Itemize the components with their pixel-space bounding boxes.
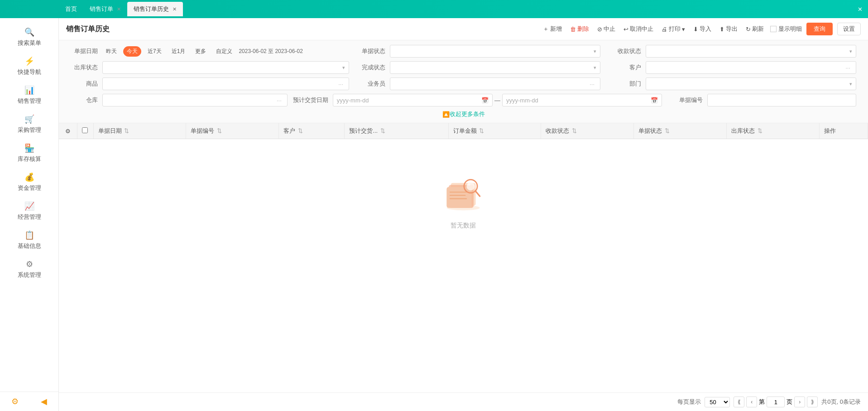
sidebar-collapse-icon[interactable]: ◀ (41, 396, 47, 406)
tab-home[interactable]: 首页 (59, 2, 83, 16)
new-icon: ＋ (543, 25, 549, 33)
tab-home-label: 首页 (65, 5, 77, 13)
date-btn-7days[interactable]: 近7天 (144, 46, 165, 57)
print-icon: 🖨 (662, 26, 667, 33)
stop-button[interactable]: ⊘ 中止 (595, 24, 617, 34)
display-dense-checkbox[interactable] (770, 26, 777, 32)
warehouse-select[interactable]: ··· (102, 94, 288, 106)
th-order-status[interactable]: 单据状态 ⇅ (634, 123, 727, 139)
salesperson-dots[interactable]: ··· (588, 81, 596, 87)
first-page-btn[interactable]: ⟪ (734, 396, 744, 407)
date-btn-more[interactable]: 更多 (192, 46, 210, 57)
filter-row-4: 仓库 ··· 预计交货日期 yyyy-mm-dd 📅 — yyyy-m (66, 94, 861, 106)
tab-sales-order[interactable]: 销售订单 ✕ (83, 2, 127, 16)
import-button[interactable]: ⬇ 导入 (691, 24, 713, 34)
sidebar-item-finance[interactable]: 💰 资金管理 (0, 168, 58, 197)
sidebar-item-sales-mgmt[interactable]: 📊 销售管理 (0, 81, 58, 110)
sidebar-item-inventory[interactable]: 🏪 库存核算 (0, 139, 58, 168)
salesperson-select[interactable]: ··· (390, 77, 600, 90)
expected-date-end[interactable]: yyyy-mm-dd 📅 (502, 94, 662, 106)
th-payment[interactable]: 收款状态 ⇅ (541, 123, 634, 139)
select-all-checkbox[interactable] (82, 127, 88, 133)
calendar-end-icon[interactable]: 📅 (651, 97, 658, 104)
tab-sales-order-close[interactable]: ✕ (117, 6, 121, 12)
order-no-input[interactable] (707, 94, 856, 106)
th-order-status-label: 单据状态 (638, 127, 662, 134)
goods-select[interactable]: ··· (102, 77, 349, 90)
last-page-btn[interactable]: ⟫ (807, 396, 818, 407)
close-icon: ✕ (858, 6, 863, 13)
goods-control: ··· (102, 77, 349, 90)
empty-state: 暂无数据 (59, 139, 868, 257)
customer-dots[interactable]: ··· (844, 64, 852, 71)
finance-icon: 💰 (24, 172, 34, 182)
collapse-row[interactable]: 🔼 收起更多条件 (66, 110, 861, 118)
date-filter-control: 昨天 今天 近7天 近1月 更多 自定义 2023-06-02 至 2023-0… (102, 46, 349, 57)
th-checkbox[interactable] (77, 123, 93, 139)
page-number-input[interactable] (767, 396, 785, 407)
th-number[interactable]: 单据编号 ⇅ (186, 123, 279, 139)
complete-status-select[interactable]: ▾ (390, 61, 600, 74)
th-settings[interactable]: ⚙ (59, 123, 77, 139)
goods-dots[interactable]: ··· (336, 81, 345, 87)
out-status-select[interactable]: ▾ (102, 61, 349, 74)
new-label: 新增 (550, 25, 562, 33)
th-expected[interactable]: 预计交货... ⇅ (345, 123, 448, 139)
calendar-start-icon[interactable]: 📅 (481, 97, 489, 104)
sidebar-item-operations[interactable]: 📈 经营管理 (0, 197, 58, 226)
date-btn-1month[interactable]: 近1月 (168, 46, 189, 57)
sidebar-item-quick-nav-label: 快捷导航 (18, 68, 41, 76)
export-button[interactable]: ⬆ 导出 (718, 24, 739, 34)
warehouse-dots[interactable]: ··· (275, 97, 283, 104)
th-date-label: 单据日期 (98, 127, 122, 134)
sidebar-item-purchase-mgmt[interactable]: 🛒 采购管理 (0, 110, 58, 139)
delete-button[interactable]: 🗑 删除 (568, 24, 591, 34)
th-amount[interactable]: 订单金额 ⇅ (448, 123, 541, 139)
date-btn-today[interactable]: 今天 (123, 46, 141, 57)
sidebar-item-sys-mgmt[interactable]: ⚙ 系统管理 (0, 255, 58, 284)
complete-status-arrow: ▾ (594, 65, 596, 71)
cancel-stop-button[interactable]: ↩ 取消中止 (622, 24, 655, 34)
refresh-button[interactable]: ↻ 刷新 (744, 24, 766, 34)
window-close-btn[interactable]: ✕ (858, 5, 863, 13)
order-status-col: 单据状态 ▾ (349, 45, 605, 58)
department-select[interactable]: ▾ (646, 77, 856, 90)
sidebar-settings-icon[interactable]: ⚙ (11, 396, 19, 406)
per-page-select[interactable]: 10 20 50 100 (705, 397, 730, 407)
empty-svg (438, 166, 488, 216)
sidebar-item-search-menu[interactable]: 🔍 搜索菜单 (0, 23, 58, 52)
payment-status-select[interactable]: ▾ (646, 45, 856, 58)
order-status-select[interactable]: ▾ (390, 45, 600, 58)
customer-select[interactable]: ··· (646, 61, 856, 74)
th-out-status[interactable]: 出库状态 ⇅ (726, 123, 819, 139)
sidebar-item-quick-nav[interactable]: ⚡ 快捷导航 (0, 52, 58, 81)
prev-page-btn[interactable]: ‹ (746, 396, 757, 407)
next-page-btn[interactable]: › (794, 396, 805, 407)
tab-sales-order-history-close[interactable]: ✕ (173, 6, 177, 12)
operations-icon: 📈 (24, 201, 34, 211)
page-label-before: 第 (759, 398, 765, 406)
expected-date-start[interactable]: yyyy-mm-dd 📅 (333, 94, 493, 106)
th-out-status-sort-icon: ⇅ (758, 127, 762, 134)
per-page-label: 每页显示 (677, 398, 701, 406)
sidebar-item-base-info[interactable]: 📋 基础信息 (0, 226, 58, 255)
pagination-bar: 每页显示 10 20 50 100 ⟪ ‹ 第 页 › ⟫ 共0页, 0条记录 (59, 392, 868, 411)
query-button[interactable]: 查询 (806, 23, 833, 35)
settings-button[interactable]: 设置 (837, 23, 861, 35)
th-customer[interactable]: 客户 ⇅ (278, 123, 344, 139)
print-button[interactable]: 🖨 打印 ▾ (660, 24, 687, 34)
tab-sales-order-history[interactable]: 销售订单历史 ✕ (127, 2, 183, 16)
th-payment-label: 收款状态 (546, 127, 569, 134)
salesperson-label: 业务员 (354, 80, 390, 88)
display-dense-toggle[interactable]: 显示明细 (770, 25, 802, 33)
print-dropdown-icon: ▾ (682, 26, 685, 33)
export-icon: ⬆ (719, 26, 724, 33)
date-btn-custom[interactable]: 自定义 (212, 46, 236, 57)
table-header-row: ⚙ 单据日期 ⇅ 单据编号 ⇅ 客户 (59, 123, 868, 139)
expected-date-end-value: yyyy-mm-dd (506, 97, 538, 104)
out-status-arrow: ▾ (342, 65, 345, 71)
date-btn-yesterday[interactable]: 昨天 (102, 46, 120, 57)
th-date[interactable]: 单据日期 ⇅ (93, 123, 186, 139)
new-button[interactable]: ＋ 新增 (541, 24, 564, 34)
th-action-label: 操作 (824, 127, 836, 134)
